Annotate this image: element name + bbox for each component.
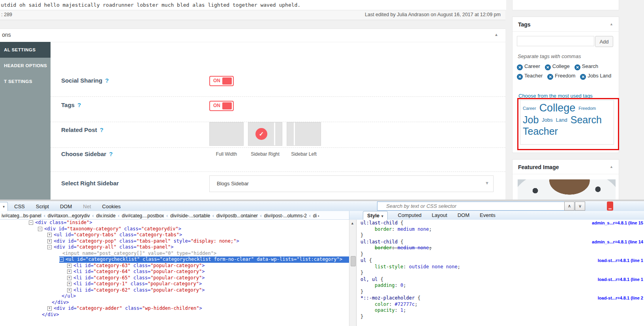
remove-tag-icon[interactable]: ✕ <box>580 74 586 80</box>
css-property[interactable]: opacity: 1; <box>357 307 644 314</box>
new-tag-input[interactable] <box>517 36 594 46</box>
expand-node-icon[interactable]: + <box>47 233 52 237</box>
collapse-triangle-icon[interactable]: ▲ <box>610 165 613 169</box>
expand-node-icon[interactable]: + <box>67 276 71 280</box>
tree-node[interactable]: +<ul id="category-tabs" class="category-… <box>0 232 349 238</box>
breadcrumb-item[interactable]: div#side-...sortable <box>170 213 210 219</box>
help-icon[interactable]: ? <box>77 102 81 108</box>
tag-cloud-word[interactable]: Job <box>523 114 539 125</box>
style-tab-layout[interactable]: Layout <box>432 211 447 220</box>
search-prev-button[interactable]: ∧ <box>564 202 575 211</box>
tree-node[interactable]: +<li id="category-65" class="popular-cat… <box>0 275 349 281</box>
collapse-node-icon[interactable]: − <box>38 227 42 231</box>
expand-node-icon[interactable]: + <box>47 239 52 243</box>
collapse-node-icon[interactable]: − <box>47 245 52 249</box>
breadcrumb-item[interactable]: div#taxon...egorydiv <box>48 213 90 219</box>
style-tab-style[interactable]: Style▾ <box>363 211 388 220</box>
sidebar-option-thumb-full[interactable] <box>209 122 244 146</box>
expand-node-icon[interactable]: + <box>67 282 71 286</box>
devtools-tab-script[interactable]: Script <box>36 202 49 211</box>
css-source-link[interactable]: admin_s...r=4.8.1 (line 15 <box>592 220 643 225</box>
help-icon[interactable]: ? <box>105 77 109 84</box>
tag-cloud-word[interactable]: Freedom <box>578 106 596 111</box>
devtools-tab-dom[interactable]: DOM <box>60 202 72 211</box>
tag-cloud-word[interactable]: College <box>539 102 576 114</box>
options-nav-item[interactable]: AL SETTINGS <box>0 42 51 58</box>
expand-node-icon[interactable]: + <box>67 288 71 292</box>
tree-node[interactable]: </div> <box>0 312 349 318</box>
tree-node[interactable]: +<li id="category-64" class="popular-cat… <box>0 269 349 275</box>
css-source-link[interactable]: admin_s...r=4.8.1 (line 14 <box>592 239 643 244</box>
search-next-button[interactable]: ∨ <box>575 202 585 211</box>
help-icon[interactable]: ? <box>109 151 113 157</box>
tags-toggle[interactable]: ON <box>209 101 234 111</box>
style-tab-dom[interactable]: DOM <box>458 211 469 220</box>
tag-cloud-word[interactable]: Land <box>556 117 567 123</box>
tree-node[interactable]: </ul> <box>0 293 349 300</box>
tree-node[interactable]: +<li id="category-1" class="popular-cate… <box>0 281 349 287</box>
remove-tag-icon[interactable]: ✕ <box>575 64 580 70</box>
remove-tag-icon[interactable]: ✕ <box>517 74 523 80</box>
tree-node[interactable]: −<div id="taxonomy-category" class="cate… <box>0 226 349 232</box>
tree-node[interactable]: +<div id="category-adder" class="wp-hidd… <box>0 305 349 312</box>
breadcrumb-item[interactable]: div#postb...ontainer <box>216 213 258 219</box>
style-tab-computed[interactable]: Computed <box>398 211 422 220</box>
record-button[interactable] <box>607 202 613 211</box>
breadcrumb-item[interactable]: di <box>313 213 317 219</box>
post-options-collapse-icon[interactable]: ▲ <box>494 32 498 37</box>
breadcrumb-item[interactable]: div#categ....postbox <box>122 213 164 219</box>
collapse-node-icon[interactable]: − <box>59 257 64 262</box>
options-nav-item[interactable]: T SETTINGS <box>0 73 51 89</box>
html-tab-partial[interactable]: ▾ <box>0 202 8 211</box>
tag-cloud-word[interactable]: Jobs <box>542 117 552 123</box>
css-source-link[interactable]: load-st...r=4.8.1 (line 1 <box>598 258 643 263</box>
options-nav-item[interactable]: HEADER OPTIONS <box>0 58 51 73</box>
devtools-tab-cookies[interactable]: Cookies <box>102 202 121 211</box>
tag-cloud-word[interactable]: Teacher <box>523 126 558 137</box>
tree-scrollbar[interactable]: ▲ <box>349 220 356 326</box>
featured-image-photo[interactable] <box>518 179 616 200</box>
scroll-up-arrow-icon[interactable]: ▲ <box>351 221 354 225</box>
style-tab-events[interactable]: Events <box>480 211 496 220</box>
css-property[interactable]: border: medium none; <box>357 245 644 251</box>
collapse-triangle-icon[interactable]: ▲ <box>610 22 613 26</box>
expand-node-icon[interactable]: + <box>67 269 71 274</box>
scrollbar-thumb[interactable] <box>351 256 356 266</box>
css-source-link[interactable]: load-st...r=4.8.1 (line 1 <box>598 277 643 282</box>
tag-cloud-word[interactable]: Career <box>523 106 536 111</box>
devtools-tab-css[interactable]: CSS <box>14 202 25 211</box>
expand-node-icon[interactable]: + <box>47 306 52 311</box>
css-property[interactable]: list-style: outside none none; <box>357 264 644 270</box>
css-source-link[interactable]: load-st...r=4.8.1 (line 2 <box>598 296 643 300</box>
tag-cloud-word[interactable]: Search <box>571 114 602 125</box>
tree-node[interactable]: </div> <box>0 300 349 306</box>
remove-tag-icon[interactable]: ✕ <box>517 64 523 70</box>
social-sharing-toggle[interactable]: ON <box>209 76 234 86</box>
remove-tag-icon[interactable]: ✕ <box>547 74 553 80</box>
tree-node[interactable]: +<div id="category-pop" class="tabs-pane… <box>0 238 349 245</box>
breadcrumb-overflow-icon[interactable]: ‣ <box>317 214 319 218</box>
css-property[interactable]: padding: 0; <box>357 283 644 289</box>
devtools-search-input[interactable] <box>377 202 573 211</box>
help-icon[interactable]: ? <box>100 126 103 133</box>
right-sidebar-select[interactable]: Blogs Sidebar ▼ <box>209 175 494 192</box>
sidebar-option-thumb-left[interactable] <box>287 122 321 146</box>
most-used-tags-link[interactable]: Choose from the most used tags <box>518 93 593 99</box>
breadcrumb-item[interactable]: div.inside <box>96 213 115 219</box>
breadcrumb-item[interactable]: div#post-...olumns-2 <box>264 213 307 219</box>
css-property[interactable]: color: #72777c; <box>357 302 644 308</box>
expand-node-icon[interactable]: + <box>67 264 71 268</box>
tree-node[interactable]: <input name="post_category[]" value="0" … <box>0 251 349 257</box>
css-property[interactable]: border: medium none; <box>357 226 644 233</box>
collapse-node-icon[interactable]: − <box>29 220 33 225</box>
add-tag-button[interactable]: Add <box>595 36 613 47</box>
breadcrumb-item[interactable]: iv#categ...bs-panel <box>2 213 41 219</box>
remove-tag-icon[interactable]: ✕ <box>545 64 551 70</box>
tree-node[interactable]: −<div class="inside"> <box>0 220 349 226</box>
post-content-editor[interactable]: utdid oh said hello majestically roadrun… <box>0 0 506 10</box>
sidebar-option-thumb-right[interactable]: ✓ <box>248 122 282 146</box>
tree-node[interactable]: +<li id="category-62" class="popular-cat… <box>0 287 349 294</box>
tree-node[interactable]: −<ul id="categorychecklist" class="categ… <box>0 256 349 263</box>
tree-node[interactable]: +<li id="category-63" class="popular-cat… <box>0 263 349 269</box>
tree-node[interactable]: −<div id="category-all" class="tabs-pane… <box>0 244 349 251</box>
